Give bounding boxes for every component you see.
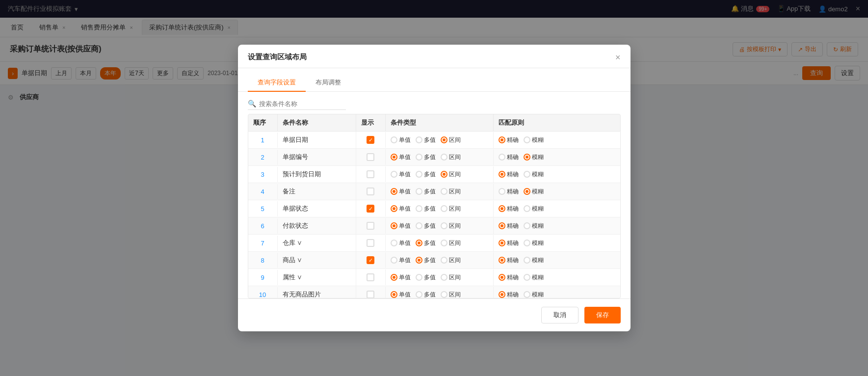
search-box: 🔍 <box>248 98 346 110</box>
tab-query-fields[interactable]: 查询字段设置 <box>248 74 306 92</box>
dialog-title: 设置查询区域布局 <box>248 53 307 62</box>
dialog-header: 设置查询区域布局 × <box>238 45 631 68</box>
dialog-search-area: 🔍 <box>238 92 631 113</box>
search-icon: 🔍 <box>248 100 256 107</box>
dialog-tabs: 查询字段设置 布局调整 <box>238 68 631 92</box>
tab-layout-adjust[interactable]: 布局调整 <box>306 74 351 92</box>
modal-overlay: 设置查询区域布局 × 查询字段设置 布局调整 🔍 顺序 条件名称 显示 <box>0 0 868 113</box>
settings-dialog: 设置查询区域布局 × 查询字段设置 布局调整 🔍 顺序 条件名称 显示 <box>238 45 631 113</box>
search-input[interactable] <box>259 100 338 107</box>
dialog-close-button[interactable]: × <box>615 53 621 62</box>
